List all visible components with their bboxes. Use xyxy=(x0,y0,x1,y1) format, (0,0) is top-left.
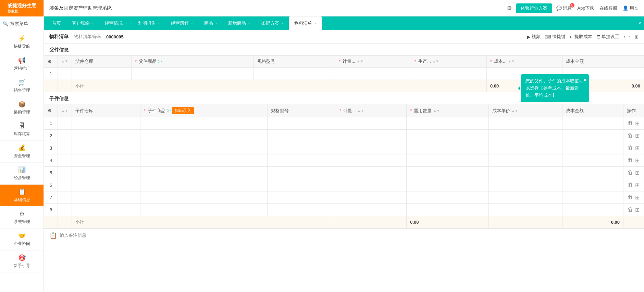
sidebar-item-basic[interactable]: 📋 基础信息 xyxy=(0,185,44,207)
sidebar-item-finance[interactable]: 💰 资金管理 xyxy=(0,141,44,163)
child-row-5-unit[interactable] xyxy=(336,167,407,179)
extract-cost-action[interactable]: ↩ 提取成本 xyxy=(570,34,592,40)
child-row-7-quantity[interactable] xyxy=(407,191,489,204)
child-row-4-quantity[interactable] xyxy=(407,154,489,167)
tab-customer[interactable]: 客户联络 × xyxy=(66,16,99,30)
copy-icon-4[interactable]: ⊞ xyxy=(635,157,640,164)
child-row-4-unit-cost[interactable] xyxy=(488,154,562,167)
parent-col-gear[interactable]: ⚙ xyxy=(44,56,58,68)
child-row-8-goods[interactable] xyxy=(140,204,267,216)
delete-icon-4[interactable]: 🗑 xyxy=(628,157,633,164)
delete-icon-2[interactable]: 🗑 xyxy=(628,132,633,139)
child-row-5-spec[interactable] xyxy=(268,167,336,179)
delete-icon-3[interactable]: 🗑 xyxy=(628,145,633,151)
child-row-2-unit[interactable] xyxy=(336,130,407,142)
delete-icon-5[interactable]: 🗑 xyxy=(628,170,633,176)
single-setting-action[interactable]: ☰ 单据设置 xyxy=(596,34,619,40)
child-row-6-unit[interactable] xyxy=(336,179,407,191)
child-row-8-unit[interactable] xyxy=(336,204,407,216)
search-menu-button[interactable]: 🔍 搜索菜单 xyxy=(3,19,41,28)
copy-icon-6[interactable]: ⊞ xyxy=(635,182,640,188)
navtabs-close-all[interactable]: × xyxy=(638,20,641,26)
experience-btn[interactable]: 体验行业方案 xyxy=(516,3,552,13)
tab-barcode-close[interactable]: × xyxy=(281,21,283,25)
child-row-1-unit[interactable] xyxy=(336,117,407,130)
tab-newgoods-close[interactable]: × xyxy=(248,21,250,25)
nav-prev[interactable]: ‹ xyxy=(623,34,625,39)
tab-history[interactable]: 经营历程 × xyxy=(165,16,198,30)
copy-icon-7[interactable]: ⊞ xyxy=(635,194,640,201)
child-row-8-unit-cost[interactable] xyxy=(488,204,562,216)
tab-home[interactable]: 首页 xyxy=(47,16,66,30)
child-row-5-warehouse[interactable] xyxy=(72,167,140,179)
child-row-8-spec[interactable] xyxy=(268,204,336,216)
tab-goods-close[interactable]: × xyxy=(215,21,217,25)
copy-icon-3[interactable]: ⊞ xyxy=(635,145,640,151)
parent-row-1-spec[interactable] xyxy=(254,68,335,80)
child-row-7-unit[interactable] xyxy=(336,191,407,204)
shortcut-action[interactable]: ⌨ 快捷键 xyxy=(545,34,566,40)
child-row-8-warehouse[interactable] xyxy=(72,204,140,216)
parent-row-1-production[interactable] xyxy=(411,68,487,80)
sidebar-item-quicknav[interactable]: ⚡ 快捷导航 xyxy=(0,31,44,53)
message-badge[interactable]: 💬 6 消息 xyxy=(556,5,572,11)
delete-icon-7[interactable]: 🗑 xyxy=(628,194,633,201)
tab-customer-close[interactable]: × xyxy=(92,21,94,25)
delete-icon-8[interactable]: 🗑 xyxy=(628,207,633,213)
child-row-7-warehouse[interactable] xyxy=(72,191,140,204)
copy-icon-1[interactable]: ⊞ xyxy=(635,120,640,127)
copy-icon-2[interactable]: ⊞ xyxy=(635,132,640,139)
child-row-3-quantity[interactable] xyxy=(407,142,489,154)
child-row-2-goods[interactable] xyxy=(140,130,267,142)
tab-barcode[interactable]: 条码方案 × xyxy=(256,16,289,30)
tab-operation[interactable]: 经营情况 × xyxy=(99,16,132,30)
child-row-6-warehouse[interactable] xyxy=(72,179,140,191)
tab-bom[interactable]: 物料清单 × xyxy=(289,16,322,30)
sidebar-item-purchase[interactable]: 📦 采购管理 xyxy=(0,97,44,119)
tab-operation-close[interactable]: × xyxy=(125,21,127,25)
tooltip-close-btn[interactable]: × xyxy=(584,76,586,84)
online-service[interactable]: 在线客服 xyxy=(599,5,617,11)
child-row-3-unit[interactable] xyxy=(336,142,407,154)
child-row-2-quantity[interactable] xyxy=(407,130,489,142)
child-row-4-spec[interactable] xyxy=(268,154,336,167)
child-row-1-spec[interactable] xyxy=(268,117,336,130)
child-row-5-goods[interactable] xyxy=(140,167,267,179)
child-row-7-spec[interactable] xyxy=(268,191,336,204)
settings-icon[interactable]: ⚙ xyxy=(507,5,512,11)
nav-next[interactable]: › xyxy=(629,34,631,39)
child-row-7-unit-cost[interactable] xyxy=(488,191,562,204)
child-row-2-spec[interactable] xyxy=(268,130,336,142)
child-row-1-quantity[interactable] xyxy=(407,117,489,130)
expand-icon[interactable]: ⊞ xyxy=(635,34,639,39)
tab-bom-close[interactable]: × xyxy=(314,21,316,25)
parent-row-1-warehouse[interactable] xyxy=(72,68,131,80)
sidebar-item-enterprise[interactable]: 🤝 企业协同 xyxy=(0,229,44,250)
sidebar-item-inventory[interactable]: 🗄 库存核算 xyxy=(0,119,44,141)
parent-row-1-goods[interactable] xyxy=(131,68,253,80)
child-row-3-spec[interactable] xyxy=(268,142,336,154)
child-row-6-unit-cost[interactable] xyxy=(488,179,562,191)
view-action[interactable]: ▶ 视频 xyxy=(527,34,541,40)
sidebar-item-system[interactable]: ⚙ 系统管理 xyxy=(0,207,44,229)
scan-input-btn[interactable]: 扫码录入 xyxy=(172,107,194,114)
child-row-8-quantity[interactable] xyxy=(407,204,489,216)
child-row-7-goods[interactable] xyxy=(140,191,267,204)
child-col-gear[interactable]: ⚙ xyxy=(44,104,58,117)
child-row-6-quantity[interactable] xyxy=(407,179,489,191)
child-row-1-unit-cost[interactable] xyxy=(488,117,562,130)
delete-icon-6[interactable]: 🗑 xyxy=(628,182,633,188)
child-row-4-warehouse[interactable] xyxy=(72,154,140,167)
sidebar-item-guide[interactable]: 🎯 新手引导 xyxy=(0,250,44,272)
child-row-3-unit-cost[interactable] xyxy=(488,142,562,154)
user-avatar[interactable]: 👤 用友 xyxy=(623,5,639,11)
note-placeholder[interactable]: 输入备注信息 xyxy=(60,232,86,238)
child-row-1-warehouse[interactable] xyxy=(72,117,140,130)
child-row-2-warehouse[interactable] xyxy=(72,130,140,142)
app-download[interactable]: App下载 xyxy=(577,5,594,11)
child-row-5-unit-cost[interactable] xyxy=(488,167,562,179)
child-row-2-unit-cost[interactable] xyxy=(488,130,562,142)
sidebar-item-marketing[interactable]: 📢 营销推广 xyxy=(0,53,44,75)
child-row-3-goods[interactable] xyxy=(140,142,267,154)
child-row-4-goods[interactable] xyxy=(140,154,267,167)
